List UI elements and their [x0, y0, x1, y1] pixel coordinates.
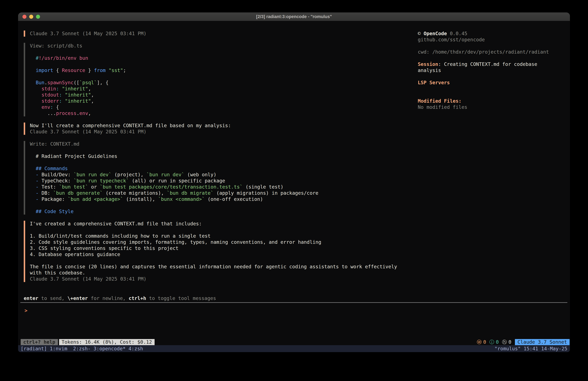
text-line: # Radiant Project Guidelines [30, 153, 414, 159]
desktop: [2/3] radiant:3:opencode - "romulus" Cla… [0, 0, 588, 381]
prompt-input[interactable]: > [24, 308, 27, 314]
text-line: Claude 3.7 Sonnet (14 May 2025 03:41 PM) [30, 129, 414, 135]
text-line [418, 86, 568, 92]
text-line [30, 147, 414, 153]
text-line: stdin: "inherit", [30, 86, 414, 92]
tmux-window-list[interactable]: [radiant] 1:nvim 2:zsh- 3:opencode* 4:zs… [21, 345, 143, 352]
text-line: View: script/db.ts [30, 43, 414, 49]
hint-count: 0 [508, 339, 511, 345]
text-line: Claude 3.7 Sonnet (14 May 2025 03:41 PM) [30, 30, 414, 37]
text-line: - Test: `bun test` or `bun test packages… [30, 184, 414, 190]
text-line: import { Resource } from "sst"; [30, 67, 414, 73]
tool-view-block: View: script/db.ts #!/usr/bin/env bun im… [24, 43, 414, 116]
hint-indicator: ⓗ0 [502, 339, 511, 345]
text-line: Session: Creating CONTEXT.md for codebas… [418, 61, 568, 67]
status-right-cluster: ⓦ0 ⓘ0 ⓗ0 Claude 3.7 Sonnet [477, 339, 570, 345]
info-count: 0 [496, 339, 499, 345]
text-line: 2. Code style guidelines covering import… [30, 239, 414, 245]
text-line: 1. Build/lint/test commands including ho… [30, 233, 414, 239]
text-line [418, 92, 568, 98]
text-line: stdout: "inherit", [30, 92, 414, 98]
text-line: with this codebase. [30, 270, 414, 276]
text-line: analysis [418, 67, 568, 73]
text-line [30, 61, 414, 67]
text-line: - Build/Dev: `bun run dev` (project), `b… [30, 172, 414, 178]
warning-count: 0 [483, 339, 486, 345]
keybinding-hint: enter to send, \+enter for newline, ctrl… [24, 295, 216, 301]
tmux-status-bar: [radiant] 1:nvim 2:zsh- 3:opencode* 4:zs… [18, 345, 570, 352]
assistant-summary-block: I've created a comprehensive CONTEXT.md … [24, 221, 414, 282]
text-line [30, 227, 414, 233]
chat-log: Claude 3.7 Sonnet (14 May 2025 03:41 PM)… [24, 30, 414, 288]
text-line [418, 43, 568, 49]
text-line: Now I'll create a comprehensive CONTEXT.… [30, 123, 414, 129]
text-line: © OpenCode 0.0.45 [418, 30, 568, 37]
text-line: ## Commands [30, 165, 414, 172]
text-line: 3. CSS styling conventions specific to t… [30, 245, 414, 251]
text-line: #!/usr/bin/env bun [30, 55, 414, 61]
hint-line: enter to send, \+enter for newline, ctrl… [24, 295, 216, 301]
text-line: Write: CONTEXT.md [30, 141, 414, 147]
text-line: ## Code Style [30, 208, 414, 215]
diagnostic-indicators: ⓦ0 ⓘ0 ⓗ0 [477, 339, 511, 345]
text-line: Bun.spawnSync([`psql`], { [30, 80, 414, 86]
text-line: The file is concise (20 lines) and captu… [30, 264, 414, 270]
warning-indicator: ⓦ0 [477, 339, 486, 345]
text-line: ...process.env, [30, 110, 414, 116]
text-line: github.com/sst/opencode [418, 37, 568, 43]
tool-write-block: Write: CONTEXT.md # Radiant Project Guid… [24, 141, 414, 215]
hint-icon: ⓗ [502, 339, 507, 345]
text-line: stderr: "inherit", [30, 98, 414, 104]
text-line: - Package: `bun add <package>` (install)… [30, 196, 414, 202]
terminal-window: [2/3] radiant:3:opencode - "romulus" Cla… [18, 12, 570, 352]
input-divider [20, 302, 567, 303]
session-sidebar: © OpenCode 0.0.45github.com/sst/opencode… [418, 30, 568, 110]
title-bar[interactable]: [2/3] radiant:3:opencode - "romulus" [18, 12, 570, 21]
text-line [418, 55, 568, 61]
text-line [30, 257, 414, 264]
text-line: No modified files [418, 104, 568, 110]
help-shortcut-chip[interactable]: ctrl+? help [21, 339, 58, 345]
tokens-cost-chip: Tokens: 16.4K (8%), Cost: $0.12 [59, 339, 155, 345]
tmux-host-datetime: "romulus" 15:41 14-May-25 [494, 345, 567, 352]
window-title: [2/3] radiant:3:opencode - "romulus" [18, 14, 570, 19]
assistant-message-block: Now I'll create a comprehensive CONTEXT.… [24, 123, 414, 135]
info-indicator: ⓘ0 [489, 339, 499, 345]
text-line [30, 202, 414, 208]
text-line [30, 73, 414, 80]
model-badge[interactable]: Claude 3.7 Sonnet [515, 339, 570, 345]
message-header-block: Claude 3.7 Sonnet (14 May 2025 03:41 PM) [24, 30, 414, 37]
text-line: - TypeCheck: `bun run typecheck` (all) o… [30, 178, 414, 184]
text-line: Claude 3.7 Sonnet (14 May 2025 03:41 PM) [30, 276, 414, 282]
warning-icon: ⓦ [477, 339, 482, 345]
text-line: 4. Database operations guidance [30, 251, 414, 257]
text-line: I've created a comprehensive CONTEXT.md … [30, 221, 414, 227]
text-line [30, 159, 414, 165]
status-bar: ctrl+? help Tokens: 16.4K (8%), Cost: $0… [18, 339, 570, 345]
text-line [30, 49, 414, 55]
info-icon: ⓘ [489, 339, 494, 345]
text-line: - DB: `bun db generate` (create migratio… [30, 190, 414, 196]
text-line: LSP Servers [418, 80, 568, 86]
text-line: env: { [30, 104, 414, 110]
text-line: Modified Files: [418, 98, 568, 104]
text-line: cwd: /home/thdxr/dev/projects/radiant/ra… [418, 49, 568, 55]
text-line [418, 73, 568, 80]
